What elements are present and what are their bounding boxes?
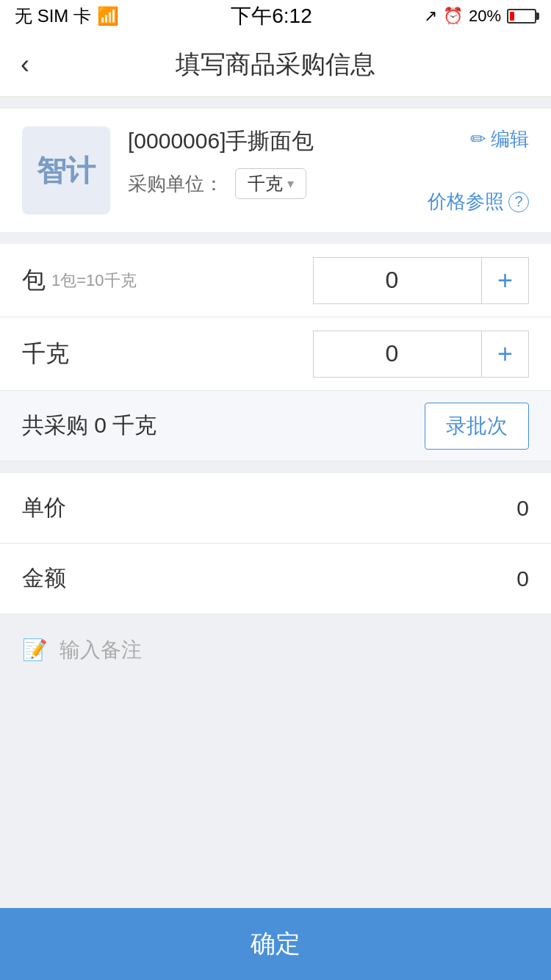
price-ref-label: 价格参照 xyxy=(428,189,504,215)
total-row: 共采购 0 千克 录批次 xyxy=(0,391,551,461)
price-divider xyxy=(0,461,551,473)
amount-row: 金额 0 xyxy=(0,544,551,614)
kg-control: + xyxy=(313,331,529,378)
status-right: ↗ ⏰ 20% xyxy=(424,7,536,26)
kg-input[interactable] xyxy=(313,331,482,378)
status-time: 下午6:12 xyxy=(231,2,312,30)
unit-price-label: 单价 xyxy=(22,493,516,523)
confirm-button[interactable]: 确定 xyxy=(251,927,300,961)
status-bar: 无 SIM 卡 📶 下午6:12 ↗ ⏰ 20% xyxy=(0,0,551,32)
wifi-icon: 📶 xyxy=(97,6,119,26)
top-divider xyxy=(0,97,551,109)
bao-input[interactable] xyxy=(313,257,482,304)
nav-bar: ‹ 填写商品采购信息 xyxy=(0,32,551,97)
product-image: 智计 xyxy=(22,126,110,215)
product-name: [0000006]手撕面包 xyxy=(128,126,529,156)
status-left: 无 SIM 卡 📶 xyxy=(15,4,119,28)
product-logo: 智计 xyxy=(37,156,96,185)
bao-sublabel: 1包=10千克 xyxy=(51,270,313,292)
bao-control: + xyxy=(313,257,529,304)
unit-select[interactable]: 千克 ▾ xyxy=(235,168,306,199)
edit-icon: ✏ xyxy=(470,128,486,151)
sim-label: 无 SIM 卡 xyxy=(15,4,91,28)
pencil-icon: 📝 xyxy=(22,638,48,662)
page-title: 填写商品采购信息 xyxy=(176,48,375,82)
batch-button[interactable]: 录批次 xyxy=(425,403,529,450)
unit-value: 千克 xyxy=(248,172,283,195)
bao-row: 包 1包=10千克 + xyxy=(0,244,551,317)
confirm-bar[interactable]: 确定 xyxy=(0,908,551,980)
battery-percent: 20% xyxy=(469,7,501,26)
input-section: 包 1包=10千克 + 千克 + 共采购 0 千克 录批次 xyxy=(0,244,551,461)
bao-label: 包 xyxy=(22,264,46,297)
dropdown-arrow-icon: ▾ xyxy=(287,176,294,192)
edit-button[interactable]: ✏ 编辑 xyxy=(470,126,529,152)
price-ref-button[interactable]: 价格参照 ? xyxy=(428,189,529,215)
kg-row: 千克 + xyxy=(0,317,551,391)
product-card: 智计 [0000006]手撕面包 采购单位： 千克 ▾ ✏ 编辑 价格参照 ? xyxy=(0,109,551,232)
price-section: 单价 0 金额 0 xyxy=(0,473,551,614)
battery-icon xyxy=(507,9,536,24)
unit-price-value: 0 xyxy=(516,496,529,521)
location-icon: ↗ xyxy=(424,7,437,26)
unit-price-row: 单价 0 xyxy=(0,473,551,544)
bao-plus-button[interactable]: + xyxy=(482,257,529,304)
edit-label: 编辑 xyxy=(491,126,529,152)
mid-divider xyxy=(0,232,551,244)
note-placeholder: 输入备注 xyxy=(60,636,142,664)
total-text: 共采购 0 千克 xyxy=(22,411,425,441)
kg-label: 千克 xyxy=(22,338,69,370)
kg-plus-button[interactable]: + xyxy=(482,331,529,378)
help-icon: ? xyxy=(508,192,529,212)
back-button[interactable]: ‹ xyxy=(21,49,29,80)
amount-label: 金额 xyxy=(22,563,516,594)
note-section[interactable]: 📝 输入备注 xyxy=(0,614,551,746)
alarm-icon: ⏰ xyxy=(443,7,463,26)
unit-label: 采购单位： xyxy=(128,171,223,197)
amount-value: 0 xyxy=(516,566,529,591)
